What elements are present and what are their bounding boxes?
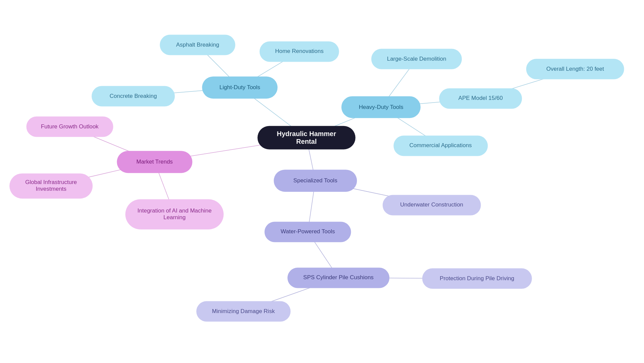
node-commercial[interactable]: Commercial Applications bbox=[393, 135, 488, 156]
mindmap-container: Hydraulic Hammer RentalLight-Duty ToolsA… bbox=[0, 0, 644, 363]
node-home_renovations[interactable]: Home Renovations bbox=[260, 41, 339, 62]
node-future_growth[interactable]: Future Growth Outlook bbox=[26, 117, 113, 137]
node-asphalt_breaking[interactable]: Asphalt Breaking bbox=[160, 35, 235, 55]
node-heavy_duty[interactable]: Heavy-Duty Tools bbox=[341, 96, 421, 118]
node-minimizing[interactable]: Minimizing Damage Risk bbox=[196, 301, 290, 322]
node-protection[interactable]: Protection During Pile Driving bbox=[422, 268, 532, 289]
node-water_powered[interactable]: Water-Powered Tools bbox=[264, 222, 351, 242]
node-light_duty[interactable]: Light-Duty Tools bbox=[202, 76, 277, 99]
node-market_trends[interactable]: Market Trends bbox=[117, 151, 192, 173]
node-specialized[interactable]: Specialized Tools bbox=[274, 170, 357, 192]
node-root[interactable]: Hydraulic Hammer Rental bbox=[257, 126, 356, 149]
node-sps_cylinder[interactable]: SPS Cylinder Pile Cushions bbox=[287, 267, 389, 288]
node-ape_model[interactable]: APE Model 15/60 bbox=[439, 88, 522, 109]
node-underwater[interactable]: Underwater Construction bbox=[383, 195, 481, 215]
node-concrete_breaking[interactable]: Concrete Breaking bbox=[92, 86, 175, 107]
node-ai_ml[interactable]: Integration of AI and MachineLearning bbox=[125, 199, 224, 229]
node-global_infra[interactable]: Global InfrastructureInvestments bbox=[9, 173, 93, 198]
node-large_scale[interactable]: Large-Scale Demolition bbox=[371, 49, 462, 69]
node-overall_length[interactable]: Overall Length: 20 feet bbox=[526, 59, 624, 79]
